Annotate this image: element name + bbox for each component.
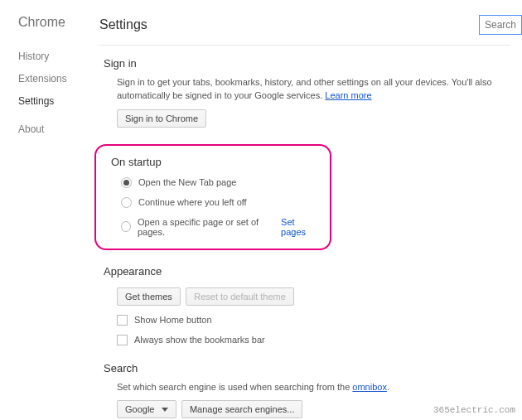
search-title: Search xyxy=(104,362,522,374)
search-desc: Set which search engine is used when sea… xyxy=(117,381,522,394)
watermark-text: 365electric.com xyxy=(433,405,515,415)
search-engine-value: Google xyxy=(125,404,154,414)
signin-desc-text: Sign in to get your tabs, bookmarks, his… xyxy=(117,77,492,100)
get-themes-button[interactable]: Get themes xyxy=(117,287,181,306)
bookmarks-bar-checkbox[interactable] xyxy=(117,335,128,345)
radio-new-tab-label: Open the New Tab page xyxy=(138,177,236,187)
signin-title: Sign in xyxy=(104,57,522,70)
appearance-title: Appearance xyxy=(104,265,522,278)
section-appearance: Appearance Get themes Reset to default t… xyxy=(99,265,522,345)
radio-continue[interactable] xyxy=(121,197,132,208)
signin-learn-more-link[interactable]: Learn more xyxy=(325,90,371,100)
radio-specific-page[interactable] xyxy=(121,221,131,232)
radio-new-tab[interactable] xyxy=(121,177,132,188)
show-home-label: Show Home button xyxy=(134,315,212,325)
sidebar-nav: History Extensions Settings About xyxy=(18,51,87,135)
radio-continue-label: Continue where you left off xyxy=(138,197,247,207)
sidebar-item-about[interactable]: About xyxy=(18,123,87,135)
sidebar-item-extensions[interactable]: Extensions xyxy=(18,73,87,84)
search-input[interactable] xyxy=(479,15,522,35)
caret-down-icon xyxy=(162,408,168,412)
page-title: Settings xyxy=(99,17,147,32)
sidebar-item-history[interactable]: History xyxy=(18,51,87,62)
bookmarks-bar-label: Always show the bookmarks bar xyxy=(134,335,265,345)
reset-theme-button: Reset to default theme xyxy=(186,287,294,306)
show-home-checkbox[interactable] xyxy=(117,315,128,326)
search-desc-text: Set which search engine is used when sea… xyxy=(117,382,352,392)
radio-specific-page-label: Open a specific page or set of pages. xyxy=(138,217,274,237)
search-engine-select[interactable]: Google xyxy=(117,400,176,418)
app-title: Chrome xyxy=(18,15,87,30)
manage-search-engines-button[interactable]: Manage search engines... xyxy=(181,400,303,418)
signin-button[interactable]: Sign in to Chrome xyxy=(117,109,206,128)
sidebar-item-settings[interactable]: Settings xyxy=(18,95,87,107)
signin-desc: Sign in to get your tabs, bookmarks, his… xyxy=(117,76,522,103)
divider xyxy=(99,45,510,46)
set-pages-link[interactable]: Set pages xyxy=(281,217,318,237)
startup-title: On startup xyxy=(111,156,318,168)
section-signin: Sign in Sign in to get your tabs, bookma… xyxy=(99,57,522,128)
omnibox-link[interactable]: omnibox xyxy=(352,382,387,392)
section-startup-highlighted: On startup Open the New Tab page Continu… xyxy=(94,144,331,250)
